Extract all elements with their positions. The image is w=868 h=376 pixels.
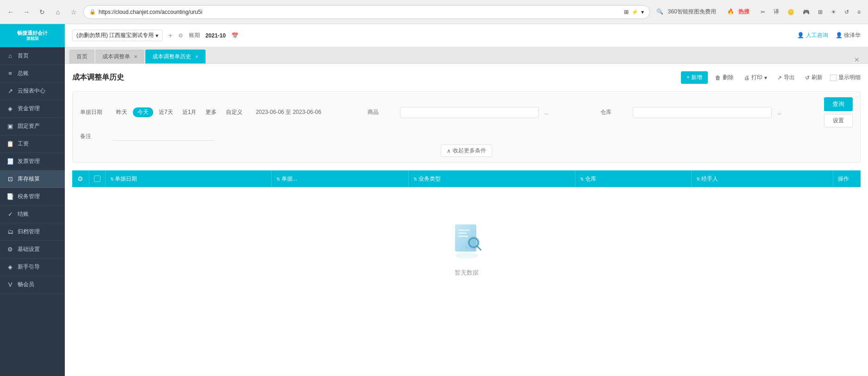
print-icon: 🖨 <box>744 75 749 81</box>
search-box[interactable]: 🔍 360智能抠图免费用 <box>654 7 721 17</box>
date-btn-1month[interactable]: 近1月 <box>179 107 200 117</box>
th-checkbox[interactable] <box>89 170 105 187</box>
forward-button[interactable]: → <box>20 6 32 18</box>
th-biz-type[interactable]: ⇅ 业务类型 <box>409 170 575 187</box>
assets-icon: ▣ <box>6 123 14 130</box>
th-gear[interactable]: ⚙ <box>72 170 89 187</box>
collapse-filter-button[interactable]: ∧ 收起更多条件 <box>441 144 492 157</box>
user-avatar[interactable]: 👤 徐泽华 <box>836 31 861 39</box>
remark-input[interactable] <box>112 132 214 141</box>
sidebar-item-vip[interactable]: V 畅会员 <box>0 276 65 294</box>
secure-icon: 🔒 <box>89 9 96 15</box>
show-columns-checkbox[interactable] <box>830 75 837 81</box>
tab-cost-adjustment-history[interactable]: 成本调整单历史 ✕ <box>145 50 206 63</box>
date-btn-custom[interactable]: 自定义 <box>222 107 246 117</box>
sort-icon-number: ⇅ <box>276 176 281 182</box>
date-btn-yesterday[interactable]: 昨天 <box>112 107 131 117</box>
empty-state: 暂无数据 <box>72 187 861 305</box>
hot-label: 🔥 热搜 <box>724 7 755 17</box>
sidebar-item-cloud-reports[interactable]: ↗ 云报表中心 <box>0 82 65 100</box>
chevron-down-icon: ▾ <box>641 9 644 15</box>
date-btn-7days[interactable]: 近7天 <box>155 107 177 117</box>
browser-grid-icon: ⊞ <box>624 9 629 15</box>
home-icon: ⌂ <box>6 52 14 59</box>
sidebar-item-close-accounts[interactable]: ✓ 结账 <box>0 206 65 223</box>
date-btn-more[interactable]: 更多 <box>202 107 220 117</box>
home-button[interactable]: ⌂ <box>52 6 64 18</box>
query-button[interactable]: 查询 <box>824 97 853 111</box>
sidebar-item-fund[interactable]: ◈ 资金管理 <box>0 100 65 118</box>
new-button[interactable]: + 新增 <box>681 71 708 84</box>
sidebar-item-tax[interactable]: 📑 税务管理 <box>0 188 65 206</box>
top-bar-right: 👤 人工咨询 👤 徐泽华 <box>797 31 861 39</box>
svg-point-9 <box>465 246 468 249</box>
date-range-display: 2023-06-06 至 2023-06-06 <box>256 108 321 116</box>
empty-row: 暂无数据 <box>72 187 861 305</box>
settings-icon-top[interactable]: ⚙ <box>178 32 183 39</box>
ledger-icon: ≡ <box>6 70 14 77</box>
undo-icon[interactable]: ↺ <box>842 8 852 16</box>
th-warehouse[interactable]: ⇅ 仓库 <box>575 170 691 187</box>
tab-close-history[interactable]: ✕ <box>195 54 199 59</box>
consultant-link[interactable]: 👤 人工咨询 <box>797 31 828 39</box>
coin-icon[interactable]: 🪙 <box>785 8 797 16</box>
th-number[interactable]: ⇅ 单据... <box>271 170 408 187</box>
query-button-group: 查询 设置 <box>824 97 853 127</box>
calendar-icon[interactable]: 📅 <box>231 32 238 39</box>
tab-home[interactable]: 首页 <box>69 50 94 63</box>
sidebar-item-settings[interactable]: ⚙ 基础设置 <box>0 241 65 258</box>
empty-text: 暂无数据 <box>455 269 479 277</box>
empty-illustration <box>443 215 490 261</box>
table-body: 暂无数据 <box>72 187 861 305</box>
filter-settings-button[interactable]: 设置 <box>824 114 853 127</box>
bookmark-button[interactable]: ☆ <box>68 6 80 18</box>
close-accounts-icon: ✓ <box>6 211 14 218</box>
grid-icon[interactable]: ⊞ <box>815 8 825 16</box>
app-logo: 畅捷通好会计 旗舰版 <box>0 24 65 47</box>
tab-close-cost-adjustment[interactable]: ✕ <box>134 54 137 59</box>
top-bar: (勿删勿禁用) 江西服宝测试专用 ▾ + ⚙ 账期 2021-10 📅 👤 人工… <box>65 24 868 47</box>
scissors-icon[interactable]: ✂ <box>758 8 768 16</box>
sidebar-item-guide[interactable]: ◈ 新手引导 <box>0 258 65 276</box>
print-button[interactable]: 🖨 打印 ▾ <box>741 72 770 83</box>
browser-right-toolbar: 🔍 360智能抠图免费用 🔥 热搜 ✂ 译 🪙 🎮 ⊞ ☀ ↺ ≡ <box>654 7 863 17</box>
menu-icon[interactable]: ≡ <box>855 8 863 16</box>
tab-cost-adjustment[interactable]: 成本调整单 ✕ <box>95 50 144 63</box>
export-button[interactable]: ↗ 导出 <box>774 72 798 83</box>
sidebar-item-payroll[interactable]: 📋 工资 <box>0 135 65 153</box>
goods-more-button[interactable]: ... <box>544 110 549 115</box>
company-selector[interactable]: (勿删勿禁用) 江西服宝测试专用 ▾ <box>72 30 162 41</box>
select-all-checkbox[interactable] <box>94 175 100 182</box>
th-date[interactable]: ⇅ 单据日期 <box>105 170 271 187</box>
table-gear-icon[interactable]: ⚙ <box>77 175 84 182</box>
delete-button[interactable]: 🗑 删除 <box>712 72 737 83</box>
table-header-row: ⚙ ⇅ 单据日期 ⇅ 单据... <box>72 170 861 187</box>
warehouse-filter-group: ... <box>633 107 815 118</box>
warehouse-more-button[interactable]: ... <box>777 110 781 115</box>
app-container: 畅捷通好会计 旗舰版 ⌂ 首页 ≡ 总账 ↗ 云报表中心 ◈ 资金管理 ▣ 固定… <box>0 24 868 376</box>
fund-icon: ◈ <box>6 105 14 112</box>
add-tab-button[interactable]: + <box>168 31 172 40</box>
goods-filter-input[interactable] <box>400 107 539 118</box>
url-bar[interactable]: 🔒 https://cloud.chanjet.com/accounting/u… <box>83 5 650 19</box>
company-dropdown-icon: ▾ <box>156 32 158 39</box>
game-icon[interactable]: 🎮 <box>800 8 812 16</box>
sidebar-item-assets[interactable]: ▣ 固定资产 <box>0 118 65 135</box>
sidebar-item-inventory[interactable]: ⊡ 库存核算 <box>0 170 65 188</box>
sidebar-item-invoice[interactable]: 🧾 发票管理 <box>0 153 65 170</box>
close-all-tabs-button[interactable]: ✕ <box>850 56 863 63</box>
reload-button[interactable]: ↻ <box>36 6 48 18</box>
back-button[interactable]: ← <box>5 6 17 18</box>
warehouse-filter-input[interactable] <box>633 107 772 118</box>
sidebar-item-archive[interactable]: 🗂 归档管理 <box>0 223 65 241</box>
refresh-button[interactable]: ↺ 刷新 <box>802 72 825 83</box>
date-filter-label: 单据日期 <box>80 108 103 116</box>
th-handler[interactable]: ⇅ 经手人 <box>692 170 833 187</box>
translate-icon[interactable]: 译 <box>771 7 782 17</box>
sidebar-item-home[interactable]: ⌂ 首页 <box>0 47 65 65</box>
date-btn-today[interactable]: 今天 <box>133 107 153 117</box>
filter-row-date: 单据日期 昨天 今天 近7天 近1月 更多 自定义 2023-06-06 至 2… <box>80 97 853 127</box>
show-columns-toggle[interactable]: 显示明细 <box>830 74 861 81</box>
sidebar-item-ledger[interactable]: ≡ 总账 <box>0 65 65 82</box>
sun-icon[interactable]: ☀ <box>828 8 839 16</box>
